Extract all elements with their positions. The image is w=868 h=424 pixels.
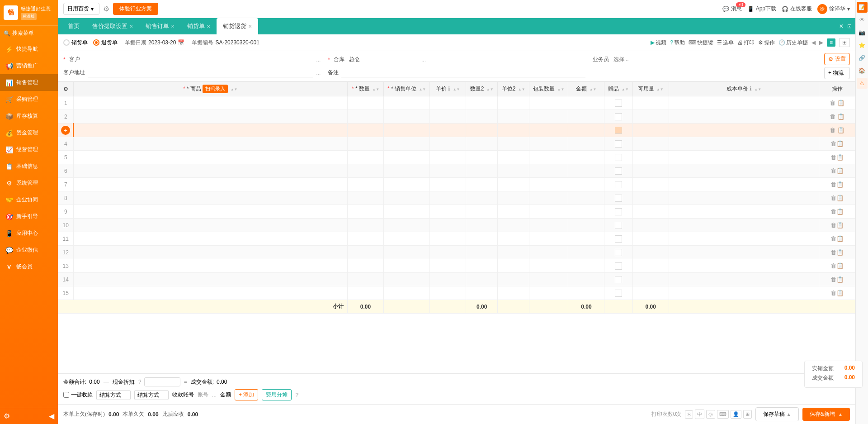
sort-product-icon[interactable]: ▲▼ <box>231 87 238 91</box>
delete-row-icon[interactable]: 🗑 <box>830 222 836 229</box>
gift-checkbox[interactable] <box>615 140 622 148</box>
delete-row-icon[interactable]: 🗑 <box>830 113 835 120</box>
sidebar-collapse-icon[interactable]: ◀ <box>49 412 54 420</box>
delete-row-icon[interactable]: 🗑 <box>830 290 836 296</box>
gift-cell[interactable] <box>604 96 632 110</box>
gift-checkbox[interactable] <box>615 262 622 270</box>
delete-row-icon[interactable]: 🗑 <box>830 249 836 256</box>
tool-icon-2[interactable]: ⌨ <box>717 410 729 419</box>
gift-checkbox[interactable] <box>615 208 622 215</box>
copy-row-icon[interactable]: 📋 <box>836 181 844 188</box>
toolbar-shortcut[interactable]: ⌨ 快捷键 <box>689 39 713 47</box>
sort-qty2-icon[interactable]: ▲▼ <box>486 87 494 91</box>
trial-btn[interactable]: 体验行业方案 <box>113 3 158 15</box>
copy-row-icon[interactable]: 📋 <box>836 208 844 215</box>
sidebar-item-purchase[interactable]: 🛒 采购管理 <box>0 91 58 108</box>
settle-method-select[interactable]: 结算方式 <box>96 390 131 400</box>
maximize-icon[interactable]: ⊡ <box>847 23 852 29</box>
minimize-icon[interactable]: ✕ <box>839 23 844 29</box>
sidebar-item-newbie[interactable]: 🎯 新手引导 <box>0 208 58 225</box>
sidebar-item-search[interactable]: 🔍 搜索菜单 <box>0 26 58 41</box>
one-key-receipt-input[interactable] <box>63 392 69 398</box>
copy-row-icon[interactable]: 📋 <box>836 154 844 161</box>
tab-sales[interactable]: 销货单 ✕ <box>181 18 217 34</box>
tab-price-close[interactable]: ✕ <box>129 24 133 29</box>
fee-help-icon[interactable]: ? <box>295 392 298 398</box>
warehouse-input[interactable] <box>364 55 419 64</box>
rp-btn-home[interactable]: 🏠 <box>857 65 868 76</box>
tool-icon-1[interactable]: ◎ <box>706 410 715 419</box>
product-input[interactable] <box>76 127 344 133</box>
calc-method-select[interactable]: 结算方式 <box>134 390 169 400</box>
available-cell[interactable] <box>632 96 669 110</box>
account-dots[interactable]: ... <box>212 392 217 398</box>
sidebar-item-wechat[interactable]: 💬 企业微信 <box>0 242 58 258</box>
cash-discount-input[interactable] <box>144 377 180 386</box>
salesperson-input[interactable] <box>612 55 843 64</box>
gift-checkbox[interactable] <box>615 235 622 243</box>
gift-checkbox[interactable] <box>615 154 622 161</box>
table-gear-icon[interactable]: ⚙ <box>63 86 68 92</box>
qty-cell[interactable] <box>348 96 384 110</box>
customer-input[interactable] <box>83 55 314 64</box>
tab-sales-order-close[interactable]: ✕ <box>171 24 175 29</box>
copy-row-icon[interactable]: 📋 <box>836 290 844 296</box>
pkg-cell[interactable] <box>529 96 568 110</box>
copy-row-icon[interactable]: 📋 <box>837 100 844 106</box>
delete-row-icon[interactable]: 🗑 <box>830 167 836 174</box>
address-input[interactable] <box>88 68 313 77</box>
copy-row-icon[interactable]: 📋 <box>836 167 844 174</box>
unit2-cell[interactable] <box>498 96 529 110</box>
bill-num-value[interactable]: SA-20230320-001 <box>215 39 259 46</box>
scan-btn[interactable]: 扫码录入 <box>203 85 228 93</box>
settings-gear-icon[interactable]: ⚙ <box>103 5 109 13</box>
industry-selector[interactable]: 日用百货 ▾ <box>63 3 99 15</box>
sidebar-item-marketing[interactable]: 📢 营销推广 <box>0 57 58 74</box>
sidebar-item-finance[interactable]: 💰 资金管理 <box>0 124 58 141</box>
toolbar-video[interactable]: ▶ 视频 <box>651 39 666 47</box>
sort-amount-icon[interactable]: ▲▼ <box>590 87 597 91</box>
sidebar-item-operations[interactable]: 📈 经营管理 <box>0 141 58 158</box>
sidebar-settings-icon[interactable]: ⚙ <box>4 412 10 420</box>
customer-dots[interactable]: ... <box>316 57 321 63</box>
save-draft-btn[interactable]: 保存草稿 ▲ <box>755 407 799 421</box>
calendar-icon[interactable]: 📅 <box>178 39 184 46</box>
gift-checkbox[interactable] <box>615 113 622 120</box>
sort-unit-icon[interactable]: ▲▼ <box>419 87 426 91</box>
gift-checkbox[interactable] <box>615 290 622 297</box>
product-cell[interactable] <box>73 96 348 110</box>
user-menu[interactable]: 徐 徐泽华 ▾ <box>817 4 850 14</box>
gift-checkbox-active[interactable] <box>615 127 622 134</box>
delete-row-icon[interactable]: 🗑 <box>830 262 836 269</box>
copy-row-icon[interactable]: 📋 <box>836 262 844 269</box>
copy-row-icon[interactable]: 📋 <box>836 195 844 201</box>
sidebar-item-inventory[interactable]: 📦 库存核算 <box>0 108 58 124</box>
radio-sale-btn[interactable] <box>63 39 70 46</box>
tool-icon-4[interactable]: ⊞ <box>743 410 752 419</box>
gift-checkbox[interactable] <box>615 249 622 256</box>
app-download-btn[interactable]: 📱 App下载 <box>747 5 776 13</box>
sidebar-item-sales-mgmt[interactable]: 📊 销售管理 <box>0 74 58 91</box>
online-service-btn[interactable]: 🎧 在线客服 <box>782 5 812 13</box>
sidebar-item-basic-info[interactable]: 📋 基础信息 <box>0 158 58 175</box>
gift-checkbox[interactable] <box>615 167 622 175</box>
toolbar-help[interactable]: ? 帮助 <box>670 39 685 47</box>
delete-row-icon[interactable]: 🗑 <box>830 276 836 283</box>
radio-return-btn[interactable] <box>93 39 99 46</box>
one-key-receipt-checkbox[interactable]: 一键收款 <box>63 391 93 399</box>
amount-cell[interactable] <box>568 96 604 110</box>
rp-btn-note[interactable]: 📝 <box>857 2 868 13</box>
rp-btn-view[interactable]: 👁 <box>857 14 868 25</box>
address-dots[interactable]: ... <box>316 70 321 76</box>
tab-sales-close[interactable]: ✕ <box>207 24 210 29</box>
tab-sales-return[interactable]: 销货退货 ✕ <box>217 18 258 34</box>
delete-row-icon[interactable]: 🗑 <box>830 127 835 133</box>
tab-price[interactable]: 售价提取设置 ✕ <box>86 18 139 34</box>
sidebar-item-shortcut[interactable]: ⚡ 快捷导航 <box>0 41 58 57</box>
gift-checkbox[interactable] <box>615 181 622 188</box>
copy-row-icon[interactable]: 📋 <box>836 222 844 229</box>
unit-cell[interactable] <box>384 96 430 110</box>
sidebar-item-vip[interactable]: V 畅会员 <box>0 258 58 275</box>
cost-cell[interactable] <box>669 96 819 110</box>
delete-row-icon[interactable]: 🗑 <box>830 100 835 106</box>
